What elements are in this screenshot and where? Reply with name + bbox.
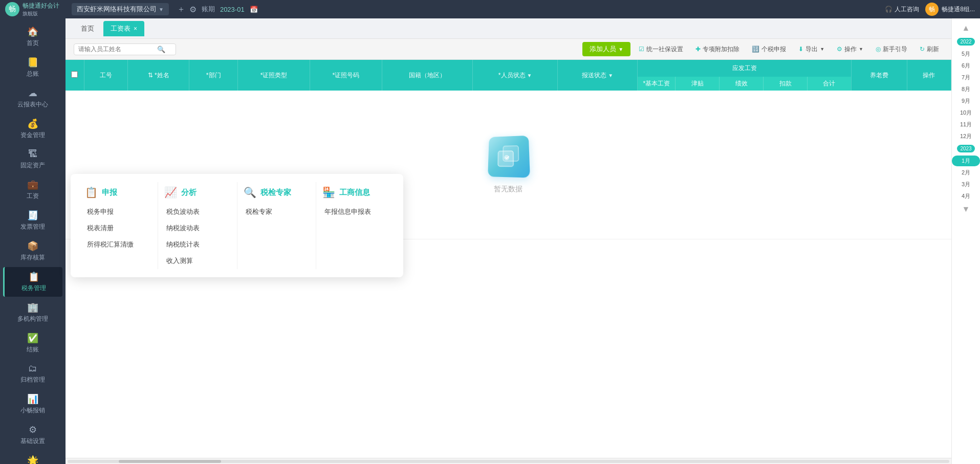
customer-service-button[interactable]: 🎧 人工咨询 <box>885 5 919 14</box>
sidebar-item-cloud-report[interactable]: ☁ 云报表中心 <box>3 83 62 113</box>
logo-title: 畅捷通好会计 <box>23 2 59 10</box>
sidebar-item-inventory[interactable]: 📦 库存核算 <box>3 236 62 266</box>
select-all-checkbox[interactable] <box>71 71 78 78</box>
analysis-header: 📈 分析 <box>164 182 231 204</box>
sidebar-label-report-sales: 小畅报销 <box>20 406 45 415</box>
dropdown-section-tax-expert: 🔍 税检专家 税检专家 <box>237 182 317 269</box>
tab-salary-label: 工资表 <box>111 24 130 33</box>
operation-button[interactable]: ⚙ 操作 ▼ <box>833 43 867 56</box>
month-2022-09[interactable]: 9月 <box>952 96 980 106</box>
menu-item-tax-expert[interactable]: 税检专家 <box>244 204 310 220</box>
horizontal-scrollbar[interactable] <box>66 458 951 464</box>
settle-icon: ✅ <box>27 333 38 344</box>
tax-management-dropdown: 📋 申报 税务申报 税表清册 所得税汇算清缴 📈 分析 税负波动表 纳税波动表 … <box>71 174 403 277</box>
menu-item-income-estimate[interactable]: 收入测算 <box>164 253 231 269</box>
sidebar-item-invoice[interactable]: 🧾 发票管理 <box>3 206 62 235</box>
add-person-button[interactable]: 添加人员 ▼ <box>582 42 630 56</box>
month-2022-12[interactable]: 12月 <box>952 131 980 142</box>
top-bar-right: 🎧 人工咨询 畅 畅捷通8组... <box>885 3 975 16</box>
menu-item-tax-schedule[interactable]: 税表清册 <box>85 220 151 236</box>
toolbar: 🔍 添加人员 ▼ ☑ 统一社保设置 ✚ 专项附加扣除 🔢 个税申报 ⬇ 导出 <box>66 39 951 60</box>
menu-item-tax-declaration[interactable]: 税务申报 <box>85 204 151 220</box>
sidebar-label-tax: 税务管理 <box>21 284 46 293</box>
col-dept: *部门 <box>189 60 238 91</box>
month-2022-08[interactable]: 8月 <box>952 84 980 95</box>
sidebar-item-tax[interactable]: 📋 税务管理 <box>3 267 62 297</box>
col-total: 合计 <box>808 77 852 91</box>
service-label: 人工咨询 <box>895 5 919 14</box>
tax-icon: 📋 <box>28 271 39 282</box>
month-2022-07[interactable]: 7月 <box>952 72 980 83</box>
col-base-salary: *基本工资 <box>638 77 676 91</box>
sidebar-item-archive[interactable]: 🗂 归档管理 <box>3 359 62 388</box>
timeline-up-arrow[interactable]: ▲ <box>960 21 972 35</box>
month-2023-03[interactable]: 3月 <box>952 179 980 190</box>
analysis-title: 分析 <box>181 188 197 197</box>
month-2023-04[interactable]: 4月 <box>952 191 980 202</box>
sidebar-item-multi-org[interactable]: 🏢 多机构管理 <box>3 298 62 327</box>
sidebar-item-ledger[interactable]: 📒 总账 <box>3 53 62 82</box>
month-2023-02[interactable]: 2月 <box>952 167 980 178</box>
tab-home[interactable]: 首页 <box>74 21 101 36</box>
export-button[interactable]: ⬇ 导出 ▼ <box>794 43 829 56</box>
sidebar-item-report-sales[interactable]: 📊 小畅报销 <box>3 389 62 419</box>
add-person-dropdown-arrow: ▼ <box>618 47 623 52</box>
timeline-down-arrow[interactable]: ▼ <box>960 203 972 216</box>
top-bar-icons: ＋ ⚙ <box>177 4 197 15</box>
refresh-button[interactable]: ↻ 刷新 <box>916 43 943 56</box>
sidebar-label-settings: 基础设置 <box>20 437 45 446</box>
logo-area: 畅 畅捷通好会计 旗舰版 <box>5 2 67 17</box>
menu-item-tax-burden-wave[interactable]: 税负波动表 <box>164 204 231 220</box>
month-2022-06[interactable]: 6月 <box>952 60 980 71</box>
menu-item-tax-wave[interactable]: 纳税波动表 <box>164 220 231 236</box>
month-2022-05[interactable]: 5月 <box>952 49 980 59</box>
ledger-icon: 📒 <box>27 57 38 68</box>
search-input[interactable] <box>78 46 155 53</box>
sidebar-item-home[interactable]: 🏠 首页 <box>3 22 62 52</box>
social-security-label: 统一社保设置 <box>646 45 683 54</box>
tab-close-button[interactable]: × <box>134 25 137 32</box>
sidebar-item-fund[interactable]: 💰 资金管理 <box>3 114 62 144</box>
add-icon[interactable]: ＋ <box>177 4 185 15</box>
sidebar-item-salary[interactable]: 💼 工资 <box>3 175 62 205</box>
menu-item-annual-report[interactable]: 年报信息申报表 <box>322 204 389 220</box>
add-person-label: 添加人员 <box>590 45 616 54</box>
guide-button[interactable]: ◎ 新手引导 <box>872 43 911 56</box>
calendar-icon[interactable]: 📅 <box>250 6 258 13</box>
business-info-icon: 🏪 <box>322 186 335 198</box>
declaration-header: 📋 申报 <box>85 182 151 204</box>
report-status-filter-icon[interactable]: ▼ <box>608 73 613 78</box>
scroll-thumb[interactable] <box>119 460 221 463</box>
menu-item-income-tax-settlement[interactable]: 所得税汇算清缴 <box>85 236 151 253</box>
sidebar-label-archive: 归档管理 <box>20 375 45 384</box>
menu-item-tax-stats[interactable]: 纳税统计表 <box>164 236 231 253</box>
settings-icon[interactable]: ⚙ <box>189 5 197 14</box>
tax-return-button[interactable]: 🔢 个税申报 <box>748 43 790 56</box>
tab-salary-table[interactable]: 工资表 × <box>103 21 144 36</box>
special-deduction-button[interactable]: ✚ 专项附加扣除 <box>691 43 744 56</box>
search-icon[interactable]: 🔍 <box>157 46 165 53</box>
top-bar: 畅 畅捷通好会计 旗舰版 西安虾米网络科技有限公司 ▼ ＋ ⚙ 账期 2023-… <box>0 0 980 18</box>
sidebar-item-settle[interactable]: ✅ 结账 <box>3 328 62 358</box>
sidebar-item-settings[interactable]: ⚙ 基础设置 <box>3 420 62 450</box>
report-status-label: 报送状态 <box>582 71 606 80</box>
export-icon: ⬇ <box>798 46 803 53</box>
company-selector[interactable]: 西安虾米网络科技有限公司 ▼ <box>72 3 169 15</box>
analysis-icon: 📈 <box>164 186 177 198</box>
scroll-track <box>68 460 949 463</box>
operation-dropdown-arrow: ▼ <box>859 47 863 52</box>
invoice-icon: 🧾 <box>27 210 38 221</box>
operation-label: 操作 <box>844 45 857 54</box>
person-status-filter-icon[interactable]: ▼ <box>527 73 532 78</box>
sidebar-label-multi-org: 多机构管理 <box>17 315 48 323</box>
right-panel: ▲ 2022 5月 6月 7月 8月 9月 10月 11月 12月 2023 1… <box>951 18 980 464</box>
sidebar-item-fixed-assets[interactable]: 🏗 固定资产 <box>3 145 62 174</box>
empty-icon <box>488 136 530 178</box>
sidebar-item-guide[interactable]: 🌟 新手引导 <box>3 451 62 464</box>
user-area[interactable]: 畅 畅捷通8组... <box>925 3 975 16</box>
month-2022-10[interactable]: 10月 <box>952 107 980 118</box>
month-2023-01[interactable]: 1月 <box>952 156 980 166</box>
col-person-status: *人员状态 ▼ <box>473 60 557 91</box>
social-security-button[interactable]: ☑ 统一社保设置 <box>635 43 687 56</box>
month-2022-11[interactable]: 11月 <box>952 119 980 130</box>
